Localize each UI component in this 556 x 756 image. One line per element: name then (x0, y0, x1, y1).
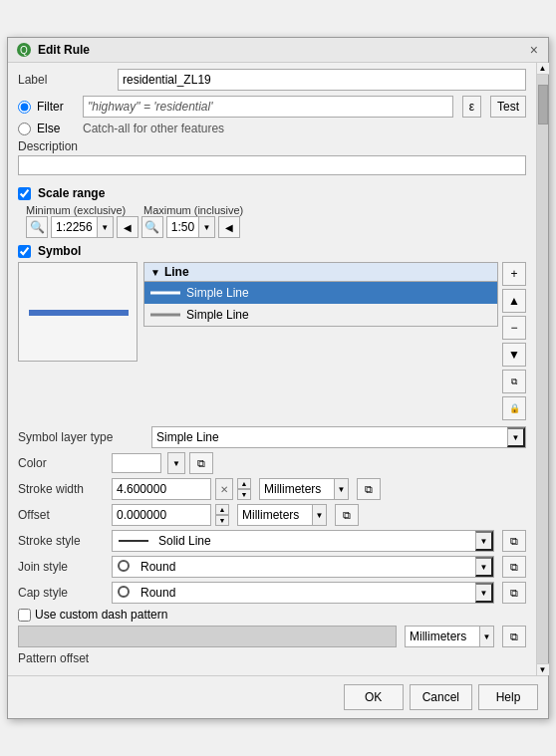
dash-input[interactable] (18, 626, 397, 647)
stroke-style-copy-button[interactable]: ⧉ (502, 530, 526, 552)
close-button[interactable]: × (528, 42, 540, 58)
color-row: Color ▼ ⧉ (18, 452, 526, 474)
right-scrollbar[interactable]: ▲ ▼ (536, 63, 548, 675)
symbol-type-combo: Simple Line ▼ (151, 426, 526, 448)
scale-range-title: Scale range (38, 186, 105, 200)
edit-rule-dialog: Q Edit Rule × Label Filter ε Test (7, 37, 549, 719)
filter-input[interactable] (83, 96, 453, 118)
else-label: Else (37, 122, 77, 135)
label-row: Label (18, 69, 526, 91)
offset-up-button[interactable]: ▲ (215, 504, 229, 515)
stroke-style-row: Stroke style Solid Line ▼ ⧉ (18, 530, 526, 552)
dash-pattern-checkbox[interactable] (18, 609, 31, 622)
filter-radio[interactable] (18, 101, 31, 114)
join-style-label: Join style (18, 560, 108, 574)
dash-input-row: Millimeters ▼ ⧉ (18, 626, 526, 647)
title-bar-left: Q Edit Rule (16, 42, 90, 58)
scrollbar-down-button[interactable]: ▼ (537, 663, 549, 675)
cancel-button[interactable]: Cancel (410, 684, 472, 710)
layer-panel: ▼ Line Simple Line (143, 262, 498, 420)
cap-style-label: Cap style (18, 586, 108, 600)
max-scale-nav-button[interactable]: ◀ (218, 216, 240, 238)
scale-range-checkbox[interactable] (18, 187, 31, 200)
symbol-checkbox[interactable] (18, 245, 31, 258)
move-down-button[interactable]: ▼ (502, 343, 526, 367)
stroke-width-unit-dropdown-button[interactable]: ▼ (334, 479, 348, 499)
stroke-width-input[interactable] (112, 478, 211, 500)
test-button[interactable]: Test (490, 96, 526, 118)
color-copy-button[interactable]: ⧉ (189, 452, 213, 474)
stroke-style-line-icon (119, 540, 148, 542)
dash-unit-dropdown-button[interactable]: ▼ (479, 627, 493, 646)
layer-header: ▼ Line (143, 262, 498, 281)
stroke-width-up-button[interactable]: ▲ (237, 478, 251, 489)
symbol-type-value: Simple Line (152, 428, 507, 446)
layer-name-0: Simple Line (186, 286, 249, 300)
stroke-style-combo: Solid Line ▼ (112, 530, 494, 552)
symbol-type-dropdown-button[interactable]: ▼ (507, 427, 525, 447)
stroke-width-down-button[interactable]: ▼ (237, 489, 251, 500)
min-scale-dropdown-button[interactable]: ▼ (97, 217, 113, 237)
symbol-type-row: Symbol layer type Simple Line ▼ (18, 426, 526, 448)
dash-unit: Millimeters ▼ (405, 626, 494, 647)
epsilon-button[interactable]: ε (462, 96, 481, 118)
max-scale-zoom-in-button[interactable]: 🔍 (141, 216, 163, 238)
dash-copy-button[interactable]: ⧉ (502, 626, 526, 647)
offset-down-button[interactable]: ▼ (215, 515, 229, 526)
color-dropdown-button[interactable]: ▼ (167, 452, 185, 474)
help-button[interactable]: Help (478, 684, 538, 710)
layer-list-wrapper: ▼ Line Simple Line (143, 262, 526, 420)
label-input[interactable] (118, 69, 526, 91)
filter-row: Filter ε Test (18, 96, 526, 118)
cap-style-combo: Round ▼ (112, 582, 494, 604)
scale-range-header: Scale range (18, 186, 526, 200)
layer-row-0[interactable]: Simple Line (144, 282, 497, 304)
move-up-button[interactable]: ▲ (502, 289, 526, 313)
description-input[interactable] (18, 155, 526, 175)
stroke-width-label: Stroke width (18, 482, 108, 496)
cap-style-copy-button[interactable]: ⧉ (502, 582, 526, 604)
symbol-preview (18, 262, 138, 362)
dialog-title: Edit Rule (38, 43, 90, 57)
max-scale-combo: 1:50 ▼ (166, 216, 215, 238)
scale-labels-row: Minimum (exclusive) Maximum (inclusive) (26, 204, 526, 216)
else-radio[interactable] (18, 123, 31, 135)
else-row: Else Catch-all for other features (18, 122, 526, 135)
description-label: Description (18, 139, 526, 153)
layer-row-1[interactable]: Simple Line (144, 304, 497, 326)
lock-layer-button[interactable]: 🔒 (502, 396, 526, 420)
pattern-offset-label: Pattern offset (18, 651, 108, 665)
ok-button[interactable]: OK (344, 684, 404, 710)
join-style-copy-button[interactable]: ⧉ (502, 556, 526, 578)
svg-text:Q: Q (20, 45, 28, 56)
color-swatch[interactable] (112, 453, 161, 473)
stroke-style-dropdown-button[interactable]: ▼ (475, 531, 493, 551)
svg-point-5 (119, 561, 129, 571)
dash-pattern-label: Use custom dash pattern (35, 608, 167, 622)
max-scale-dropdown-button[interactable]: ▼ (198, 217, 214, 237)
offset-copy-button[interactable]: ⧉ (335, 504, 359, 526)
filter-label: Filter (37, 100, 77, 114)
scrollbar-thumb[interactable] (538, 85, 548, 125)
stroke-style-value: Solid Line (154, 532, 475, 550)
symbol-title: Symbol (38, 244, 81, 258)
cap-style-dropdown-button[interactable]: ▼ (475, 583, 493, 603)
offset-unit: Millimeters ▼ (237, 504, 327, 526)
stroke-width-clear-button[interactable]: ✕ (215, 478, 233, 500)
min-scale-combo: 1:2256 ▼ (51, 216, 114, 238)
min-scale-nav-button[interactable]: ◀ (117, 216, 139, 238)
stroke-width-copy-button[interactable]: ⧉ (357, 478, 381, 500)
cap-style-svg (117, 585, 133, 599)
dash-unit-label: Millimeters (406, 628, 479, 645)
remove-layer-button[interactable]: − (502, 316, 526, 340)
scrollbar-up-button[interactable]: ▲ (537, 63, 549, 75)
add-layer-button[interactable]: + (502, 262, 526, 286)
stroke-width-spinner: ▲ ▼ (237, 478, 251, 500)
min-scale-zoom-out-button[interactable]: 🔍 (26, 216, 48, 238)
dialog-footer: OK Cancel Help (8, 675, 548, 718)
stroke-width-unit: Millimeters ▼ (259, 478, 349, 500)
offset-input[interactable] (112, 504, 211, 526)
offset-unit-dropdown-button[interactable]: ▼ (312, 505, 326, 525)
join-style-dropdown-button[interactable]: ▼ (475, 557, 493, 577)
duplicate-layer-button[interactable]: ⧉ (502, 370, 526, 393)
